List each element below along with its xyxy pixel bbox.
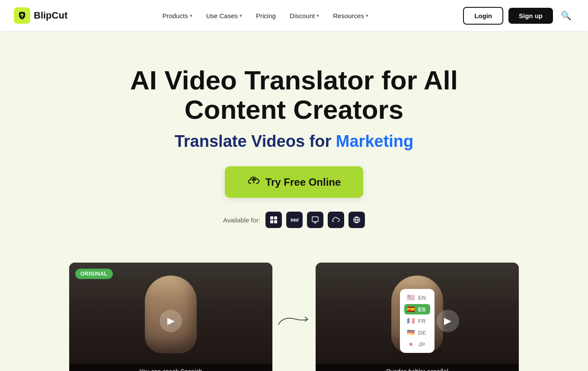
translated-play-button[interactable]: ▶ (437, 310, 459, 332)
nav-resources[interactable]: Resources ▾ (327, 9, 374, 23)
signup-button[interactable]: Sign up (508, 8, 553, 24)
hero-subtitle: Translate Videos for Marketing (9, 132, 579, 151)
hero-section: AI Video Translator for All Content Crea… (0, 31, 588, 254)
try-free-button[interactable]: Try Free Online (225, 166, 364, 198)
chevron-down-icon: ▾ (190, 13, 192, 19)
cta-label: Try Free Online (265, 176, 341, 188)
original-play-button[interactable]: ▶ (160, 310, 182, 332)
lang-es[interactable]: 🇪🇸 ES (404, 304, 430, 314)
original-video-card: ORIGINAL ▶ You can speak Spanish (69, 263, 272, 371)
available-label: Available for: (223, 216, 260, 224)
platform-icons-list: Intel (265, 212, 365, 228)
chevron-down-icon: ▾ (316, 13, 319, 19)
brand-logo[interactable]: BlipCut (14, 7, 67, 24)
platform-screen-icon (307, 212, 323, 228)
nav-pricing[interactable]: Pricing (250, 9, 282, 23)
chevron-down-icon: ▾ (240, 13, 242, 19)
nav-discount[interactable]: Discount ▾ (284, 9, 325, 23)
lang-de-code: DE (418, 330, 426, 336)
hero-subtitle-prefix: Translate Videos for (175, 132, 336, 150)
original-badge: ORIGINAL (75, 269, 113, 279)
flag-en: 🇺🇸 (407, 294, 415, 301)
svg-rect-4 (312, 217, 318, 222)
lang-fr[interactable]: 🇫🇷 FR (404, 316, 430, 326)
nav-products[interactable]: Products ▾ (156, 9, 198, 23)
original-video-inner: ORIGINAL ▶ You can speak Spanish (69, 263, 272, 371)
arrow-svg (277, 312, 311, 330)
flag-jp: 🇯🇵 (407, 340, 415, 348)
svg-rect-2 (270, 220, 273, 223)
platform-cloud-icon (328, 212, 344, 228)
upload-cloud-icon (247, 174, 260, 190)
original-subtitle: You can speak Spanish (69, 364, 272, 371)
nav-use-cases[interactable]: Use Cases ▾ (200, 9, 248, 23)
lang-es-code: ES (418, 306, 425, 313)
logo-icon (14, 7, 30, 24)
translated-video-inner: 🇺🇸 EN 🇪🇸 ES 🇫🇷 FR 🇩🇪 DE 🇯🇵 J (316, 263, 519, 371)
lang-de[interactable]: 🇩🇪 DE (404, 327, 430, 338)
logo-svg (17, 11, 27, 20)
flag-fr: 🇫🇷 (407, 317, 415, 325)
nav-actions: Login Sign up 🔍 (463, 7, 574, 25)
brand-name: BlipCut (34, 10, 67, 21)
lang-en[interactable]: 🇺🇸 EN (404, 292, 430, 303)
flag-es: 🇪🇸 (407, 305, 415, 313)
navbar: BlipCut Products ▾ Use Cases ▾ Pricing D… (0, 0, 588, 31)
available-platforms-row: Available for: Intel (9, 212, 579, 228)
hero-subtitle-highlight: Marketing (336, 132, 413, 150)
svg-rect-3 (274, 220, 277, 223)
svg-rect-0 (270, 216, 273, 219)
chevron-down-icon: ▾ (366, 13, 368, 19)
hero-title: AI Video Translator for All Content Crea… (99, 66, 489, 124)
lang-en-code: EN (418, 295, 426, 301)
svg-rect-1 (274, 216, 277, 219)
login-button[interactable]: Login (463, 7, 503, 25)
lang-fr-code: FR (418, 318, 425, 324)
platform-windows-icon (265, 212, 282, 228)
translated-video-card: 🇺🇸 EN 🇪🇸 ES 🇫🇷 FR 🇩🇪 DE 🇯🇵 J (316, 263, 519, 371)
flag-de: 🇩🇪 (407, 329, 415, 336)
lang-jp-code: JP (418, 341, 425, 348)
language-selector: 🇺🇸 EN 🇪🇸 ES 🇫🇷 FR 🇩🇪 DE 🇯🇵 J (400, 289, 435, 353)
search-icon: 🔍 (561, 11, 572, 20)
nav-links: Products ▾ Use Cases ▾ Pricing Discount … (156, 9, 374, 23)
search-button[interactable]: 🔍 (558, 8, 574, 23)
platform-intel-icon: Intel (286, 212, 303, 228)
translated-subtitle: Puedes hablar español (316, 364, 519, 371)
translation-arrow (272, 312, 316, 330)
platform-other-icon (348, 212, 365, 228)
lang-jp[interactable]: 🇯🇵 JP (404, 339, 430, 349)
videos-section: ORIGINAL ▶ You can speak Spanish 🇺🇸 EN 🇪… (0, 254, 588, 371)
